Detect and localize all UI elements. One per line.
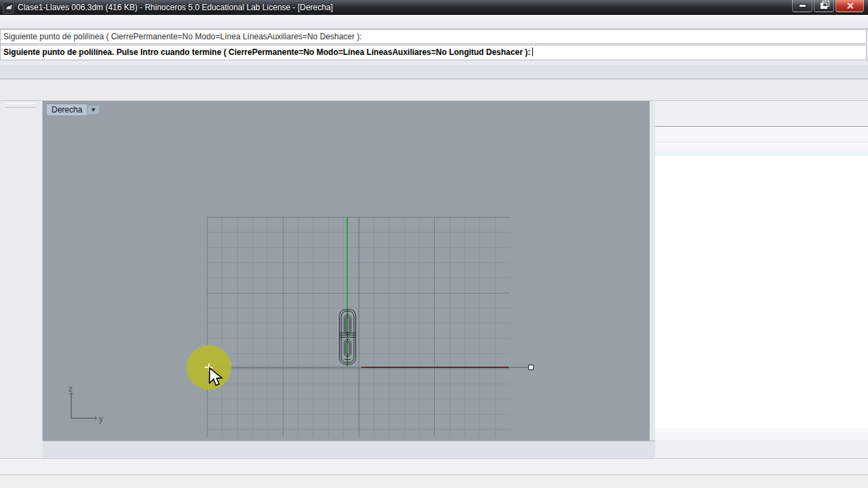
viewport-title-label[interactable]: Derecha (47, 104, 87, 115)
axis-label-z: z (68, 386, 73, 394)
viewport-title[interactable]: Derecha ▼ (47, 104, 99, 115)
close-button[interactable] (835, 0, 864, 12)
command-prompt-line[interactable]: Siguiente punto de polilínea. Pulse Intr… (0, 45, 867, 60)
viewport-derecha[interactable]: z y Derecha ▼ (43, 101, 650, 441)
layer-column-header (655, 142, 868, 157)
polyline-endpoint (528, 365, 534, 370)
text-caret (532, 47, 533, 56)
window-controls (791, 0, 864, 12)
viewport-tab-row (43, 441, 655, 458)
restore-button[interactable] (814, 0, 834, 12)
viewport-title-dropdown chevron-down-icon[interactable]: ▼ (87, 106, 99, 114)
main-toolbar (0, 79, 868, 101)
left-toolbar (0, 101, 43, 441)
panel-splitter[interactable] (650, 101, 655, 441)
layer-toolbar (655, 127, 868, 142)
panel-tab-row (655, 110, 868, 126)
command-prompt-text: Siguiente punto de polilínea. Pulse Intr… (3, 47, 530, 57)
window-title: Clase1-Llaves 006.3dm (416 KB) - Rhinoce… (18, 3, 333, 12)
status-bar (0, 474, 868, 488)
toolbar-tab-row (0, 65, 868, 79)
wrench-wireframe (337, 306, 359, 369)
right-panel: ◄ ► (655, 101, 868, 458)
viewport-axis-icon: z y (63, 386, 104, 426)
drawn-polyline (361, 367, 509, 368)
minimize-button[interactable] (792, 0, 812, 12)
title-bar: Clase1-Llaves 006.3dm (416 KB) - Rhinoce… (0, 0, 868, 15)
command-history-line: Siguiente punto de polilínea ( CierrePer… (0, 29, 867, 44)
toolbar-grip[interactable] (5, 103, 37, 108)
mouse-cursor (208, 367, 225, 387)
layer-list (655, 156, 868, 428)
menu-bar (0, 15, 868, 29)
axis-label-y: y (99, 414, 103, 424)
osnap-bar (0, 458, 868, 475)
layers-panel: ◄ ► (655, 126, 868, 440)
rhino-app-icon (3, 2, 14, 14)
